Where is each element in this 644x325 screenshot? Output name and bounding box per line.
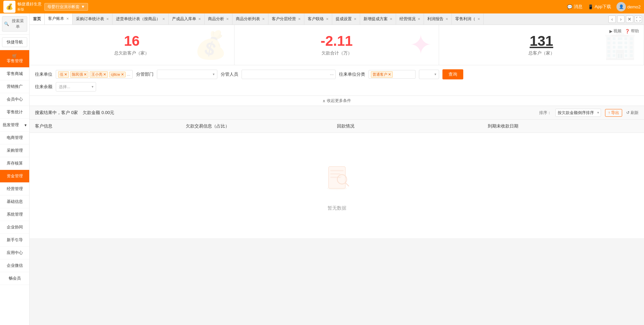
sidebar-item-app-center[interactable]: 应用中心 <box>0 247 29 259</box>
tab-raise-settings[interactable]: 提成设置 ✕ <box>332 13 360 25</box>
person-input[interactable] <box>243 72 330 77</box>
tab-customer-tier-close[interactable]: ✕ <box>298 17 301 21</box>
stat-bg-icon-customers: 💰 <box>194 29 227 61</box>
tab-profit-report-close[interactable]: ✕ <box>445 17 448 21</box>
sidebar-item-enterprise-wechat[interactable]: 企业微信 <box>0 259 29 272</box>
tab-product-analysis-list-close[interactable]: ✕ <box>262 17 265 21</box>
app-download-btn[interactable]: 📱 App下载 <box>588 4 611 10</box>
tab-retail-profit[interactable]: 零售利润（ ✕ <box>452 13 484 25</box>
user-profile-btn[interactable]: 👤 demo2 <box>616 2 641 11</box>
svg-rect-2 <box>330 170 344 171</box>
query-btn[interactable]: 查询 <box>442 69 463 79</box>
refresh-btn[interactable]: ↺ 刷新 <box>626 110 639 116</box>
tab-product-analysis-list[interactable]: 商品分析列表 ✕ <box>232 13 268 25</box>
sidebar-item-enterprise-wechat-label: 企业微信 <box>2 263 27 268</box>
tab-scroll-left-btn[interactable]: ‹ <box>608 15 616 23</box>
tab-home[interactable]: 首页 <box>30 13 45 25</box>
tab-customer-tier[interactable]: 客户分层经营 ✕ <box>268 13 304 25</box>
help-icon: ❓ <box>625 29 630 34</box>
sidebar-item-retail-mall[interactable]: 零售商城 <box>0 68 29 80</box>
tab-accounts-close[interactable]: ✕ <box>66 17 69 21</box>
tab-customer-tier-label: 客户分层经营 <box>272 16 296 22</box>
export-btn[interactable]: ↑ 导出 <box>605 109 622 117</box>
sidebar-item-basic-info[interactable]: 基础信息 <box>0 195 29 208</box>
tab-product-analysis-close[interactable]: ✕ <box>226 17 229 21</box>
search-prefix: 搜索结果中，客户 <box>35 110 70 115</box>
person-input-wrap[interactable]: ··· <box>242 70 336 79</box>
tab-operations[interactable]: 经营情况 ✕ <box>396 13 424 25</box>
sidebar-item-marketing[interactable]: 营销推广 <box>0 80 29 93</box>
sidebar-item-wholesale[interactable]: 批发管理 ▾ <box>0 119 29 132</box>
sidebar-item-operations-mgmt[interactable]: 经营管理 <box>0 183 29 195</box>
collapse-btn[interactable]: ∧ 收起更多条件 <box>323 98 351 104</box>
svg-line-6 <box>345 183 349 186</box>
filter-tag-cjttcw: cjttcw ✕ <box>109 72 126 77</box>
sidebar-item-retail-mgmt[interactable]: 🛒 零售管理 <box>0 50 29 68</box>
collapse-icon: ∧ <box>323 99 326 103</box>
remove-normal-customer-btn[interactable]: ✕ <box>388 72 391 77</box>
sidebar-item-retail-stats[interactable]: 零售统计 <box>0 106 29 119</box>
tab-raise-settings-close[interactable]: ✕ <box>354 17 356 21</box>
unit-type-dropdown[interactable] <box>419 70 439 79</box>
sidebar-item-ecommerce[interactable]: 电商管理 <box>0 132 29 144</box>
tab-accounts-label: 客户账本 <box>48 16 64 22</box>
video-btn[interactable]: ▶ 视频 <box>609 28 621 34</box>
tab-inbound-stats[interactable]: 进货单统计表（按商品） ✕ <box>113 13 169 25</box>
sidebar-item-inventory[interactable]: 库存核算 <box>0 157 29 170</box>
top-bar-right: 💬 消息 📱 App下载 👤 demo2 <box>567 2 641 11</box>
tab-new-raise-close[interactable]: ✕ <box>390 17 392 21</box>
video-label: 视频 <box>613 28 621 34</box>
sidebar-item-system-mgmt[interactable]: 系统管理 <box>0 208 29 221</box>
remove-wu-btn[interactable]: ✕ <box>64 72 67 77</box>
tab-customer-contact-close[interactable]: ✕ <box>326 17 329 21</box>
account-dropdown-label: 母婴行业演示帐套 <box>47 4 80 10</box>
page-content: 💰 16 总欠款客户（家） ✦ -2.11 欠款合计（万） 🏢 <box>30 25 644 325</box>
sidebar-item-members[interactable]: 会员中心 <box>0 93 29 106</box>
filter-more-btn[interactable]: ... <box>127 72 130 77</box>
sidebar-item-enterprise-collab-label: 企业协同 <box>2 224 27 230</box>
tab-product-analysis-label: 商品分析 <box>208 16 224 22</box>
sidebar-item-finance[interactable]: 资金管理 <box>0 170 29 183</box>
sort-select[interactable]: 按欠款金额倒序排序 <box>555 109 601 117</box>
help-label: 帮助 <box>631 28 639 34</box>
tab-retail-profit-close[interactable]: ✕ <box>477 17 480 21</box>
tab-purchase-orders[interactable]: 采购订单统计表 ✕ <box>73 13 113 25</box>
tab-new-raise[interactable]: 新增提成方案 ✕ <box>360 13 396 25</box>
video-icon: ▶ <box>609 29 612 34</box>
tab-cost-inbound-close[interactable]: ✕ <box>198 17 201 21</box>
results-text: 搜索结果中，客户 0家 欠款金额 0.00元 <box>35 110 114 116</box>
help-btn[interactable]: ❓ 帮助 <box>625 28 639 34</box>
remove-wang-btn[interactable]: ✕ <box>103 72 106 77</box>
remove-cjttcw-btn[interactable]: ✕ <box>121 72 124 77</box>
sidebar-item-retail-mall-label: 零售商城 <box>2 71 27 77</box>
stat-total-customers-value: 131 <box>530 34 553 48</box>
account-dropdown[interactable]: 母婴行业演示帐套 ▼ <box>44 3 88 11</box>
tab-cost-inbound[interactable]: 产成品入库单 ✕ <box>169 13 205 25</box>
tab-profit-report[interactable]: 利润报告 ✕ <box>424 13 452 25</box>
quick-nav-btn[interactable]: 快捷导航 <box>2 37 27 47</box>
tab-expand-btn[interactable]: ⛶ <box>635 15 642 23</box>
tab-customer-contact[interactable]: 客户联络 ✕ <box>304 13 332 25</box>
org-unit-tags[interactable]: 伍 ✕ 陈民强 ✕ 王小亮 ✕ <box>56 70 133 79</box>
tab-purchase-orders-close[interactable]: ✕ <box>106 17 109 21</box>
tab-operations-close[interactable]: ✕ <box>418 17 420 21</box>
unit-type-tags[interactable]: 普通客户 ✕ <box>369 70 416 79</box>
sidebar-item-member-plus[interactable]: 畅会员 <box>0 272 29 285</box>
tab-scroll-right-btn[interactable]: › <box>617 15 625 23</box>
sidebar-item-new-guide[interactable]: 新手引导 <box>0 234 29 247</box>
remove-chen-btn[interactable]: ✕ <box>84 72 87 77</box>
dept-select[interactable] <box>157 70 217 79</box>
sidebar-item-members-label: 会员中心 <box>2 97 27 102</box>
sidebar-item-purchase[interactable]: 采购管理 <box>0 144 29 157</box>
tab-accounts[interactable]: 客户账本 ✕ <box>45 13 73 25</box>
filter-section: 往来单位 伍 ✕ 陈民强 ✕ <box>30 65 644 96</box>
person-input-dots[interactable]: ··· <box>330 72 334 77</box>
search-menu-btn[interactable]: 🔍 搜索菜单 <box>2 16 27 32</box>
sidebar-item-enterprise-collab[interactable]: 企业协同 <box>0 221 29 234</box>
remainder-select[interactable]: 选择... <box>56 82 96 92</box>
tab-product-analysis[interactable]: 商品分析 ✕ <box>205 13 232 25</box>
logo-text-block: 畅捷通好生意 标版 <box>17 2 42 12</box>
tab-close-all-btn[interactable]: ✕ <box>626 15 633 23</box>
messages-btn[interactable]: 💬 消息 <box>567 4 583 10</box>
tab-inbound-stats-close[interactable]: ✕ <box>162 17 165 21</box>
